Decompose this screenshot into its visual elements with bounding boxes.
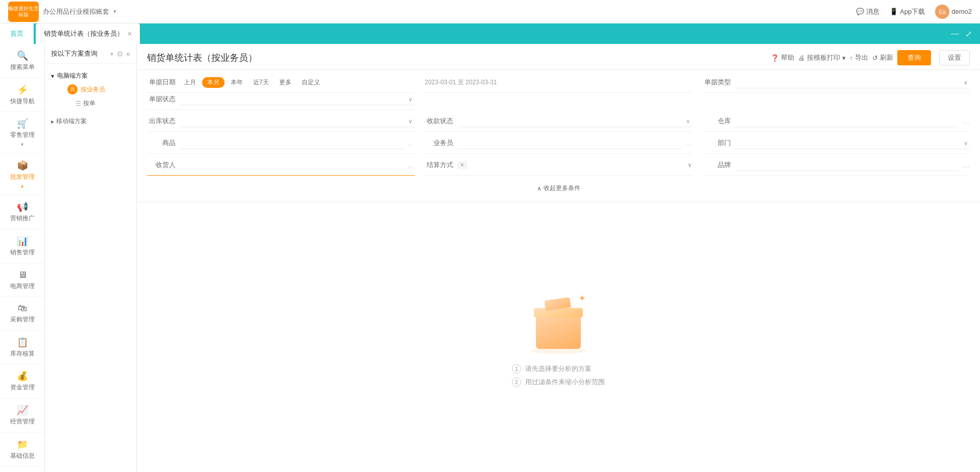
template-print-btn[interactable]: 🖨 按模板打印 ▾ [798,53,846,62]
payment-tag-x[interactable]: × [460,161,464,169]
warehouse-dots[interactable]: … [963,117,970,125]
inventory-icon: 📋 [17,337,28,348]
brand-dots[interactable]: … [963,161,970,169]
payment-control: × [457,161,683,169]
filter-cell-brand: 品牌 … [702,159,970,176]
filter-cell-doctype: 单据类型 ∨ [702,76,970,93]
filter-cell-salesperson: 业务员 … [425,137,692,154]
salesperson-dots[interactable]: … [685,139,692,147]
add-scheme-icon[interactable]: + [110,50,114,58]
scheme-item-salesperson[interactable]: 员 按业务员 [51,82,130,97]
filter-cell-receiver: 收货人 … [147,159,414,176]
payment-arrow[interactable]: ∨ [688,161,692,169]
goods-dots[interactable]: … [407,139,414,147]
collapse-btn[interactable]: ∧ 收起更多条件 [537,184,580,193]
date-tab-year[interactable]: 本年 [227,77,247,88]
tab-maximize-icon[interactable]: ⤢ [965,29,972,39]
tab-minimize-icon[interactable]: — [951,29,959,38]
sidebar-label-finance: 资金管理 [10,384,35,392]
salesperson-input[interactable] [457,137,681,149]
doc-status-select[interactable] [180,93,414,105]
retail-arrow: ▾ [21,141,23,147]
purchase-icon: 🛍 [18,303,27,314]
sidebar-item-retail[interactable]: 🛒 零售管理 ▾ [0,112,44,154]
finance-icon: 💰 [17,370,28,382]
department-select[interactable] [735,137,970,149]
tab-active[interactable]: 销货单统计表（按业务员） × [36,23,140,44]
message-icon: 💬 [856,8,864,15]
sidebar-label-base: 基础信息 [10,452,35,460]
settings-button[interactable]: 设置 [939,50,970,65]
export-label: 导出 [855,53,868,62]
box-lid [534,308,583,317]
date-tab-custom[interactable]: 自定义 [298,77,324,88]
sidebar-item-system[interactable]: ⚙ 系统管理 [0,466,44,472]
doc-type-control: ∨ [735,76,970,88]
sidebar-item-wholesale[interactable]: 📦 批发管理 ▴ [0,154,44,196]
message-label: 消息 [866,7,879,16]
sidebar-item-quicknav[interactable]: ⚡ 快捷导航 [0,78,44,112]
settings-scheme-icon[interactable]: ⊙ [117,50,123,58]
mobile-scheme-title[interactable]: ▸ 移动端方案 [51,115,130,128]
goods-input[interactable] [180,137,403,149]
sidebar-item-base[interactable]: 📁 基础信息 [0,433,44,467]
sidebar-item-ecommerce[interactable]: 🖥 电商管理 [0,264,44,297]
brand-input[interactable] [735,159,959,171]
query-button[interactable]: 查询 [897,50,931,65]
empty-tip-2: 2 用过滤条件来缩小分析范围 [512,377,605,387]
date-tab-more[interactable]: 更多 [275,77,296,88]
user-menu[interactable]: Ea demo2 [935,5,972,19]
empty-num-1: 1 [512,364,521,373]
date-tab-current-month[interactable]: 本月 [202,77,225,88]
scheme-item-salesperson-label: 按业务员 [81,85,105,94]
sidebar-label-marketing: 营销推广 [10,215,35,223]
receiver-control [180,159,403,171]
sidebar-item-purchase[interactable]: 🛍 采购管理 [0,297,44,331]
sidebar-label-ecommerce: 电商管理 [10,282,35,291]
sidebar-item-finance[interactable]: 💰 资金管理 [0,364,44,398]
operation-icon: 📈 [17,405,28,416]
export-btn[interactable]: ↑ 导出 [850,53,869,62]
sidebar-item-operation[interactable]: 📈 经营管理 [0,398,44,433]
warehouse-input[interactable] [735,115,959,127]
wholesale-icon: 📦 [17,160,28,171]
tab-actions: — ⤢ [951,29,980,39]
search-icon: 🔍 [17,50,28,61]
sidebar-item-sales[interactable]: 📊 销售管理 [0,229,44,264]
sidebar: 🔍 搜索菜单 ⚡ 快捷导航 🛒 零售管理 ▾ 📦 批发管理 ▴ 📢 营销推广 📊… [0,44,45,472]
app-title-dropdown[interactable]: ▾ [113,8,116,15]
app-download-btn[interactable]: 📱 App下载 [890,7,925,16]
collapse-panel-icon[interactable]: « [126,50,130,58]
sidebar-item-search[interactable]: 🔍 搜索菜单 [0,44,44,78]
sidebar-label-quicknav: 快捷导航 [10,98,35,106]
sidebar-item-inventory[interactable]: 📋 库存核算 [0,331,44,365]
filter-cell-date: 单据日期 上月 本月 本年 近7天 更多 自定义 [147,76,414,93]
warehouse-label: 仓库 [702,116,731,126]
filter-row-2: 出库状态 ∨ 收款状态 [147,115,970,132]
box-body [536,314,581,349]
receiver-dots[interactable]: … [407,161,414,169]
date-tab-7days[interactable]: 近7天 [249,77,273,88]
empty-tip-1: 1 请先选择要分析的方案 [512,364,605,373]
desktop-scheme-title[interactable]: ▾ 电脑端方案 [51,70,130,82]
receiver-input[interactable] [180,159,403,171]
message-btn[interactable]: 💬 消息 [856,7,879,16]
scheme-sub-item-order[interactable]: ☰ 按单 [51,97,130,110]
doc-status-control: ∨ [180,93,414,105]
quicknav-icon: ⚡ [17,84,28,96]
date-tab-prev-month[interactable]: 上月 [180,77,200,88]
refresh-btn[interactable]: ↺ 刷新 [872,53,893,62]
doc-type-select[interactable] [735,76,970,88]
tab-close-icon[interactable]: × [128,30,132,38]
sidebar-item-marketing[interactable]: 📢 营销推广 [0,195,44,229]
tab-home[interactable]: 首页 [0,23,34,44]
empty-text: 1 请先选择要分析的方案 2 用过滤条件来缩小分析范围 [512,364,605,387]
filter-cell-docstatus: 单据状态 ∨ [147,93,414,110]
left-panel-title: 按以下方案查询 [51,49,97,58]
filter-cell-goods: 商品 … [147,137,414,154]
empty-state: ✦ 1 请先选择要分析的方案 2 用过滤条件来缩小分析范围 [512,288,605,387]
out-status-select[interactable] [180,115,414,127]
avatar: Ea [935,5,949,19]
collect-status-select[interactable] [457,115,692,127]
help-btn[interactable]: ❓ 帮助 [771,53,794,62]
